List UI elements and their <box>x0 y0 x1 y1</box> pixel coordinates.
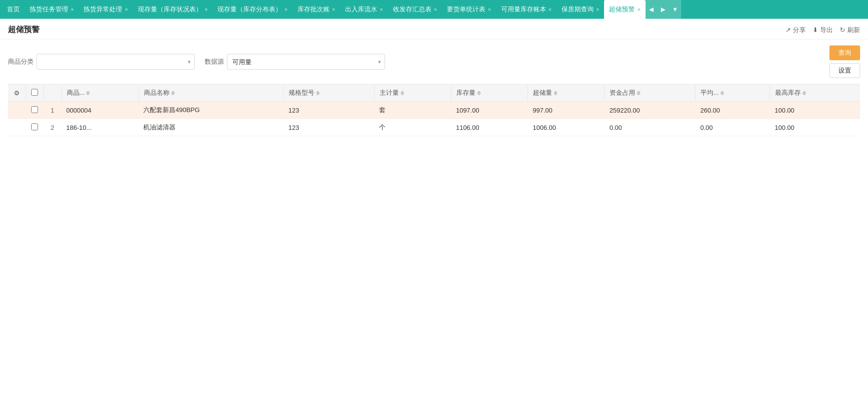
row-checkbox-cell <box>26 102 43 119</box>
page-title: 超储预警 <box>8 25 40 35</box>
table-container: ⚙ 商品... 商品名称 <box>0 84 868 136</box>
row-checkbox[interactable] <box>31 106 38 113</box>
max-stock-column-header[interactable]: 最高库存 <box>770 84 860 102</box>
sort-icon <box>400 91 404 95</box>
row-stock: 1097.00 <box>451 102 527 119</box>
datasource-select[interactable]: 可用量 库存量 <box>227 54 385 70</box>
close-icon[interactable]: × <box>596 6 599 12</box>
category-select-wrapper: ▾ <box>37 54 195 70</box>
category-select[interactable] <box>37 54 195 70</box>
spec-sort[interactable]: 规格型号 <box>289 88 320 97</box>
capital-sort[interactable]: 资金占用 <box>609 88 641 97</box>
close-icon[interactable]: × <box>434 6 437 12</box>
sort-icon <box>86 91 90 95</box>
nav-item-summary[interactable]: 收发存汇总表 × <box>388 0 442 19</box>
page-header: 超储预警 ↗ 分享 ⬇ 导出 ↻ 刷新 <box>0 19 868 40</box>
sort-icon <box>477 91 481 95</box>
filter-row: 商品分类 ▾ 数据源 可用量 库存量 ▾ 查询 设置 <box>0 40 868 84</box>
settings-button[interactable]: 设置 <box>829 63 860 78</box>
table-row: 2 186-10... 机油滤清器 123 个 1106.00 1006.00 … <box>8 119 860 136</box>
row-checkbox-cell <box>26 119 43 136</box>
overstock-sort[interactable]: 超储量 <box>533 88 558 97</box>
row-gear <box>8 119 26 136</box>
header-actions: ↗ 分享 ⬇ 导出 ↻ 刷新 <box>785 26 860 35</box>
nav-item-home[interactable]: 首页 <box>2 0 25 19</box>
nav-item-available[interactable]: 可用量库存账本 × <box>496 0 557 19</box>
close-icon[interactable]: × <box>205 6 208 12</box>
unit-sort[interactable]: 主计量 <box>380 88 404 97</box>
close-icon[interactable]: × <box>488 6 491 12</box>
close-icon[interactable]: × <box>380 6 383 12</box>
nav-item-stock-dist[interactable]: 现存量（库存分布表） × <box>213 0 292 19</box>
table-body: 1 0000004 六配套新昌490BPG 123 套 1097.00 997.… <box>8 102 860 136</box>
nav-item-exception[interactable]: 拣货异常处理 × <box>79 0 132 19</box>
row-unit: 套 <box>374 102 451 119</box>
nav-item-batch[interactable]: 库存批次账 × <box>293 0 340 19</box>
share-button[interactable]: ↗ 分享 <box>785 26 806 35</box>
close-icon[interactable]: × <box>332 6 335 12</box>
row-overstock: 1006.00 <box>528 119 605 136</box>
row-index: 1 <box>43 102 61 119</box>
row-checkbox[interactable] <box>31 123 38 130</box>
capital-column-header[interactable]: 资金占用 <box>605 84 695 102</box>
nav-item-flow[interactable]: 出入库流水 × <box>340 0 388 19</box>
row-max-stock: 100.00 <box>770 119 860 136</box>
nav-more-button[interactable]: ▼ <box>669 0 681 19</box>
nav-item-task[interactable]: 拣货任务管理 × <box>25 0 79 19</box>
refresh-button[interactable]: ↻ 刷新 <box>840 26 860 35</box>
product-code-sort[interactable]: 商品... <box>67 88 90 97</box>
stock-sort[interactable]: 库存量 <box>456 88 481 97</box>
datasource-select-wrapper: 可用量 库存量 ▾ <box>227 54 385 70</box>
nav-item-order-stats[interactable]: 要货单统计表 × <box>442 0 496 19</box>
row-capital: 259220.00 <box>605 102 695 119</box>
unit-column-header[interactable]: 主计量 <box>374 84 451 102</box>
close-icon[interactable]: × <box>284 6 287 12</box>
sort-icon <box>316 91 320 95</box>
filter-buttons: 查询 设置 <box>829 45 860 78</box>
sort-icon <box>171 91 175 95</box>
nav-item-quality[interactable]: 保质期查询 × <box>557 0 604 19</box>
data-table: ⚙ 商品... 商品名称 <box>8 84 860 136</box>
max-stock-sort[interactable]: 最高库存 <box>775 88 806 97</box>
nav-next-button[interactable]: ▶ <box>657 0 669 19</box>
row-unit: 个 <box>374 119 451 136</box>
query-button[interactable]: 查询 <box>829 45 860 60</box>
close-icon[interactable]: × <box>71 6 74 12</box>
close-icon[interactable]: × <box>637 6 640 12</box>
product-name-column-header[interactable]: 商品名称 <box>138 84 283 102</box>
row-product-name: 机油滤清器 <box>138 119 283 136</box>
table-row: 1 0000004 六配套新昌490BPG 123 套 1097.00 997.… <box>8 102 860 119</box>
top-navigation: 首页 拣货任务管理 × 拣货异常处理 × 现存量（库存状况表） × 现存量（库存… <box>0 0 868 19</box>
row-capital: 0.00 <box>605 119 695 136</box>
nav-item-overstock[interactable]: 超储预警 × <box>604 0 645 19</box>
close-icon[interactable]: × <box>549 6 552 12</box>
sort-icon <box>720 91 724 95</box>
export-icon: ⬇ <box>813 26 818 34</box>
row-avg: 260.00 <box>695 102 770 119</box>
row-index: 2 <box>43 119 61 136</box>
export-button[interactable]: ⬇ 导出 <box>813 26 833 35</box>
row-stock: 1106.00 <box>451 119 527 136</box>
nav-item-stock-status[interactable]: 现存量（库存状况表） × <box>133 0 213 19</box>
stock-column-header[interactable]: 库存量 <box>451 84 527 102</box>
select-all-checkbox[interactable] <box>31 89 38 96</box>
datasource-label: 数据源 <box>205 57 224 66</box>
overstock-column-header[interactable]: 超储量 <box>528 84 605 102</box>
close-icon[interactable]: × <box>125 6 128 12</box>
row-spec: 123 <box>283 102 374 119</box>
row-product-name: 六配套新昌490BPG <box>138 102 283 119</box>
row-spec: 123 <box>283 119 374 136</box>
gear-column-header[interactable]: ⚙ <box>8 84 26 102</box>
avg-sort[interactable]: 平均... <box>700 88 724 97</box>
sort-icon <box>802 91 806 95</box>
refresh-icon: ↻ <box>840 26 845 34</box>
nav-prev-button[interactable]: ◀ <box>646 0 657 19</box>
row-max-stock: 100.00 <box>770 102 860 119</box>
spec-column-header[interactable]: 规格型号 <box>283 84 374 102</box>
product-name-sort[interactable]: 商品名称 <box>144 88 175 97</box>
product-code-column-header[interactable]: 商品... <box>61 84 138 102</box>
avg-column-header[interactable]: 平均... <box>695 84 770 102</box>
row-product-code: 0000004 <box>61 102 138 119</box>
share-icon: ↗ <box>785 26 791 34</box>
row-product-code: 186-10... <box>61 119 138 136</box>
